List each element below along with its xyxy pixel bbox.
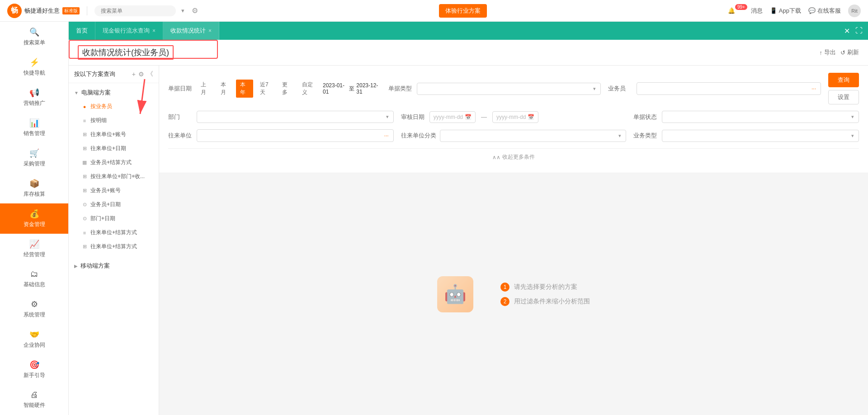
date-last-month[interactable]: 上月: [197, 80, 214, 98]
sidebar-item-finance[interactable]: 💰 资金管理: [0, 203, 68, 234]
tab-home[interactable]: 首页: [69, 22, 95, 40]
guide-icon: 🎯: [29, 360, 39, 370]
settings-btn[interactable]: 设置: [828, 90, 859, 104]
sidebar-item-base-info[interactable]: 🗂 基础信息: [0, 264, 68, 294]
review-date-end[interactable]: yyyy-mm-dd 📅: [492, 111, 538, 123]
notification-count: 99+: [735, 4, 747, 10]
doc-status-select[interactable]: ▾: [662, 111, 859, 123]
salesperson-label: 业务员: [608, 85, 633, 93]
sidebar-item-sales[interactable]: 📊 销售管理: [0, 113, 68, 143]
salesperson-payment-icon: ▦: [81, 160, 88, 166]
date-this-month[interactable]: 本月: [217, 80, 234, 98]
empty-state: 🤖 1 请先选择要分析的方案 2 用过滤条件来缩小分析范围: [437, 276, 590, 312]
sidebar-item-quicknav[interactable]: ⚡ 快捷导航: [0, 52, 68, 82]
doc-type-select[interactable]: ▾: [417, 83, 601, 95]
salesperson-select[interactable]: ···: [637, 82, 821, 95]
review-date-start[interactable]: yyyy-mm-dd 📅: [429, 111, 476, 123]
partner-category-label: 往来单位分类: [401, 132, 436, 140]
date-range-display: 2023-01-01 至 2023-12-31: [323, 82, 381, 95]
filter-item-partner-payment2[interactable]: ⊞ 往来单位+结算方式: [69, 240, 159, 254]
sidebar-item-marketing[interactable]: 📢 营销推广: [0, 82, 68, 113]
date-this-year[interactable]: 本年: [236, 80, 253, 98]
trial-btn[interactable]: 体验行业方案: [439, 4, 487, 18]
filter-item-label: 部门+日期: [90, 215, 115, 222]
filter-item-partner-date[interactable]: ⊞ 往来单位+日期: [69, 141, 159, 156]
query-form: 单据日期 上月 本月 本年 近7天 更多 自定义 2023-01-01 至: [159, 66, 868, 173]
add-scheme-btn[interactable]: +: [132, 71, 136, 78]
filter-item-label: 往来单位+账号: [90, 131, 126, 138]
desktop-group-title[interactable]: ▼ 电脑端方案: [69, 86, 159, 99]
date-custom[interactable]: 自定义: [298, 80, 319, 98]
mobile-group: ▶ 移动端方案: [69, 256, 159, 275]
maximize-btn[interactable]: ⛶: [855, 27, 863, 35]
form-row-1: 单据日期 上月 本月 本年 近7天 更多 自定义 2023-01-01 至: [168, 73, 859, 104]
messages-btn[interactable]: 🔔 99+ 消息: [728, 7, 763, 15]
partner-more-icon[interactable]: ···: [384, 132, 389, 139]
department-field: 部门 ▾: [168, 111, 394, 123]
panel-collapse-btn[interactable]: 《: [147, 70, 153, 78]
filter-item-partner-account[interactable]: ⊞ 往来单位+账号: [69, 127, 159, 141]
filter-item-salesperson-bankacct[interactable]: ⊞ 业务员+账号: [69, 184, 159, 198]
collapse-more-conditions-btn[interactable]: ∧∧ 收起更多条件: [168, 148, 859, 165]
sidebar-item-search[interactable]: 🔍 搜索菜单: [0, 22, 68, 52]
filter-item-partner-dept-collect[interactable]: ⊞ 按往来单位+部门+收...: [69, 170, 159, 184]
sidebar-item-system[interactable]: ⚙ 系统管理: [0, 294, 68, 324]
filter-item-label: 业务员+结算方式: [90, 159, 132, 166]
search-icon: 🔍: [29, 27, 39, 37]
tab-bank-flow[interactable]: 现金银行流水查询 ×: [95, 22, 163, 40]
partner-category-select[interactable]: ▾: [440, 130, 627, 142]
collapse-label: 收起更多条件: [502, 153, 535, 161]
date-field: 单据日期 上月 本月 本年 近7天 更多 自定义 2023-01-01 至: [168, 80, 381, 98]
finance-icon: 💰: [29, 209, 39, 219]
sidebar-item-hardware[interactable]: 🖨 智能硬件: [0, 385, 68, 415]
sidebar-item-guide[interactable]: 🎯 新手引导: [0, 354, 68, 385]
placeholder-step-2: 2 用过滤条件来缩小分析范围: [500, 297, 590, 306]
top-settings-icon[interactable]: ⚙: [192, 6, 198, 15]
sidebar-item-purchase[interactable]: 🛒 采购管理: [0, 143, 68, 173]
online-service-btn[interactable]: 💬 在线客服: [808, 7, 841, 15]
query-btn[interactable]: 查询: [828, 73, 859, 87]
messages-label: 消息: [751, 7, 763, 15]
app-download-btn[interactable]: 📱 App下载: [770, 7, 801, 15]
date-more[interactable]: 更多: [278, 80, 295, 98]
sidebar: 🔍 搜索菜单 ⚡ 快捷导航 📢 营销推广 📊 销售管理 🛒 采购管理 📦 库存核…: [0, 22, 69, 415]
close-window-btn[interactable]: ✕: [844, 27, 850, 35]
department-label: 部门: [168, 113, 193, 121]
date-7days[interactable]: 近7天: [256, 80, 275, 98]
filter-item-by-detail[interactable]: ≡ 按明细: [69, 113, 159, 127]
filter-item-salesperson-date[interactable]: ⊙ 业务员+日期: [69, 198, 159, 212]
filter-item-partner-payment1[interactable]: ≡ 往来单位+结算方式: [69, 226, 159, 240]
avatar: Rit: [848, 5, 861, 17]
doc-status-label: 单据状态: [633, 113, 658, 121]
scheme-settings-btn[interactable]: ⚙: [138, 71, 144, 78]
salesperson-more-icon[interactable]: ···: [811, 85, 816, 92]
collection-stats-close-icon[interactable]: ×: [208, 28, 212, 34]
export-icon: ↑: [820, 49, 823, 56]
refresh-btn[interactable]: ↺ 刷新: [840, 48, 859, 57]
search-dropdown-icon[interactable]: ▾: [181, 7, 184, 14]
sidebar-item-inventory[interactable]: 📦 库存核算: [0, 173, 68, 203]
sidebar-item-operations[interactable]: 📈 经营管理: [0, 234, 68, 264]
step-2-num: 2: [500, 297, 509, 306]
filter-panel-title: 按以下方案查询: [74, 70, 115, 78]
menu-search-input[interactable]: [94, 5, 176, 16]
sidebar-item-collab[interactable]: 🤝 企业协同: [0, 324, 68, 354]
filter-panel: 按以下方案查询 + ⚙ 《 ▼ 电脑端方案 ● 按业务员 ≡: [69, 66, 159, 415]
partner-select[interactable]: ···: [197, 129, 394, 142]
filter-item-by-salesperson[interactable]: ● 按业务员: [69, 99, 159, 113]
department-select[interactable]: ▾: [197, 111, 394, 123]
filter-item-label: 往来单位+日期: [90, 145, 126, 152]
filter-item-salesperson-payment[interactable]: ▦ 业务员+结算方式: [69, 156, 159, 170]
export-btn[interactable]: ↑ 导出: [820, 48, 836, 57]
edition-badge: 标准版: [62, 7, 80, 14]
review-date-start-placeholder: yyyy-mm-dd: [434, 114, 463, 120]
bell-icon: 🔔: [728, 7, 735, 14]
user-avatar[interactable]: Rit: [848, 5, 861, 17]
bank-flow-close-icon[interactable]: ×: [152, 28, 156, 34]
filter-item-dept-date[interactable]: ⊙ 部门+日期: [69, 212, 159, 226]
sidebar-item-label: 智能硬件: [24, 401, 45, 409]
mobile-group-title[interactable]: ▶ 移动端方案: [69, 259, 159, 273]
step-2-text: 用过滤条件来缩小分析范围: [514, 297, 590, 306]
biz-type-select[interactable]: ▾: [662, 130, 859, 142]
tab-collection-stats[interactable]: 收款情况统计 ×: [163, 22, 219, 40]
